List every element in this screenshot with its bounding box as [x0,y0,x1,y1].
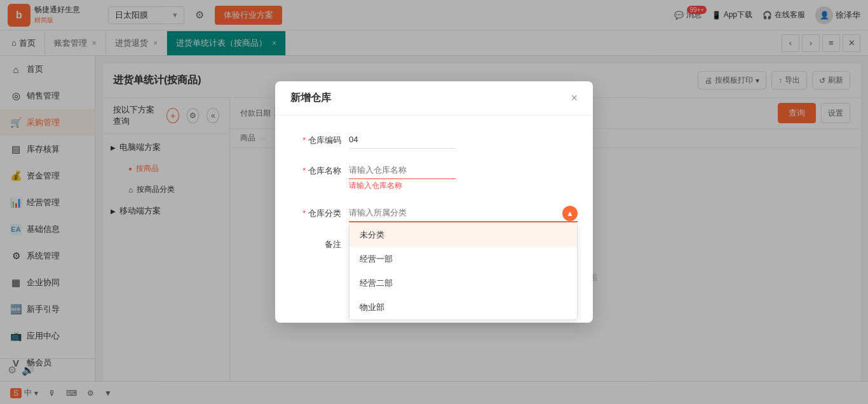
code-field-row: 仓库编码 [290,131,578,149]
name-label: 仓库名称 [290,161,341,177]
dropdown-item-ops1[interactable]: 经营一部 [349,247,577,271]
category-dropdown: 未分类 经营一部 经营二部 物业部 [349,222,578,320]
modal-title: 新增仓库 [290,91,331,105]
dropdown-item-ops2[interactable]: 经营二部 [349,271,577,295]
code-field-wrap [349,131,578,149]
category-input[interactable] [349,204,578,222]
modal-close-button[interactable]: × [571,91,578,105]
code-input[interactable] [349,131,456,149]
category-dropdown-arrow[interactable]: ▲ [562,206,578,221]
category-label: 仓库分类 [290,204,341,219]
name-error-message: 请输入仓库名称 [349,180,578,191]
code-label: 仓库编码 [290,131,341,146]
new-warehouse-modal: 新增仓库 × 仓库编码 仓库名称 请输入仓库名称 仓库分类 ▲ [275,81,593,323]
dropdown-item-uncategorized[interactable]: 未分类 [349,223,577,247]
name-field-wrap: 请输入仓库名称 [349,161,578,191]
note-label: 备注 [290,235,341,250]
name-input[interactable] [349,161,456,179]
modal-header: 新增仓库 × [275,81,593,116]
category-field-row: 仓库分类 ▲ 未分类 经营一部 经营二部 物业部 [290,204,578,222]
modal-body: 仓库编码 仓库名称 请输入仓库名称 仓库分类 ▲ 未分类 经营一部 [275,116,593,281]
name-field-row: 仓库名称 请输入仓库名称 [290,161,578,191]
category-input-wrap: ▲ 未分类 经营一部 经营二部 物业部 [349,204,578,222]
dropdown-item-property[interactable]: 物业部 [349,295,577,320]
